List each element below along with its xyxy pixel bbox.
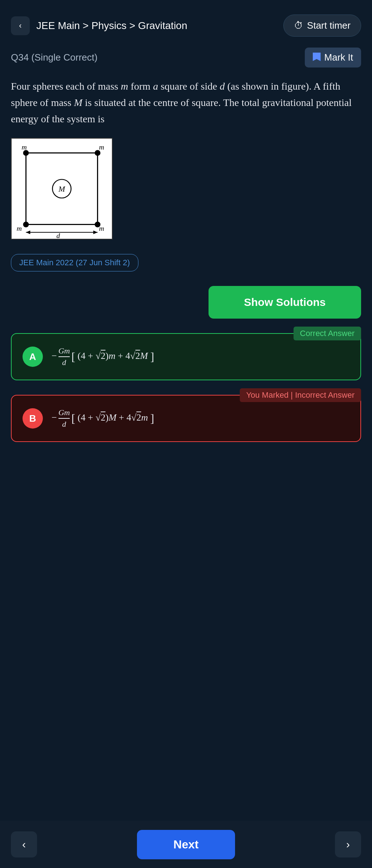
option-b-formula: − Gm d ​[ (4 + √2)M + 4√2m ] bbox=[52, 408, 154, 429]
incorrect-answer-wrapper: You Marked | Incorrect Answer B − Gm d ​… bbox=[11, 395, 361, 442]
breadcrumb: JEE Main > Physics > Gravitation bbox=[36, 20, 187, 32]
svg-text:d: d bbox=[56, 232, 60, 239]
bottom-spacer bbox=[0, 467, 372, 522]
header: ‹ JEE Main > Physics > Gravitation ⏱ Sta… bbox=[0, 0, 372, 44]
svg-text:m: m bbox=[22, 143, 27, 151]
option-b-circle: B bbox=[23, 408, 43, 429]
diagram-container: M m m m m d bbox=[11, 138, 120, 239]
show-solutions-button[interactable]: Show Solutions bbox=[209, 286, 361, 319]
svg-text:M: M bbox=[58, 185, 66, 193]
svg-point-3 bbox=[95, 150, 101, 156]
start-timer-button[interactable]: ⏱ Start timer bbox=[283, 15, 361, 37]
bookmark-icon bbox=[313, 53, 321, 63]
question-label: Q34 (Single Correct) bbox=[11, 52, 97, 63]
diagram-figure: M m m m m d bbox=[11, 138, 113, 239]
exam-tag: JEE Main 2022 (27 Jun Shift 2) bbox=[11, 254, 138, 271]
forward-button[interactable]: › bbox=[335, 831, 361, 857]
mark-it-label: Mark It bbox=[324, 52, 353, 63]
option-a-circle: A bbox=[23, 347, 43, 367]
next-button[interactable]: Next bbox=[137, 830, 235, 859]
option-a-formula: − Gm d ​[ (4 + √2)m + 4√2M ] bbox=[52, 346, 154, 367]
incorrect-answer-badge: You Marked | Incorrect Answer bbox=[240, 388, 361, 402]
tag-container: JEE Main 2022 (27 Jun Shift 2) bbox=[0, 250, 372, 282]
svg-text:m: m bbox=[99, 143, 104, 151]
bottom-nav: ‹ Next › bbox=[0, 821, 372, 868]
correct-answer-wrapper: Correct Answer A − Gm d ​[ (4 + √2)m + 4… bbox=[11, 333, 361, 380]
timer-label: Start timer bbox=[307, 20, 351, 31]
correct-answer-badge: Correct Answer bbox=[294, 327, 361, 340]
question-text: Four spheres each of mass m form a squar… bbox=[0, 75, 372, 134]
show-solutions-container: Show Solutions bbox=[0, 282, 372, 333]
svg-text:m: m bbox=[99, 225, 104, 233]
mark-it-button[interactable]: Mark It bbox=[305, 48, 361, 67]
svg-point-2 bbox=[23, 150, 29, 156]
timer-icon: ⏱ bbox=[294, 20, 303, 31]
question-header: Q34 (Single Correct) Mark It bbox=[0, 44, 372, 75]
answer-section: Correct Answer A − Gm d ​[ (4 + √2)m + 4… bbox=[0, 333, 372, 467]
svg-text:m: m bbox=[17, 225, 22, 233]
header-left: ‹ JEE Main > Physics > Gravitation bbox=[11, 16, 187, 35]
back-button[interactable]: ‹ bbox=[11, 16, 30, 35]
prev-button[interactable]: ‹ bbox=[11, 831, 37, 857]
svg-point-4 bbox=[23, 222, 29, 228]
